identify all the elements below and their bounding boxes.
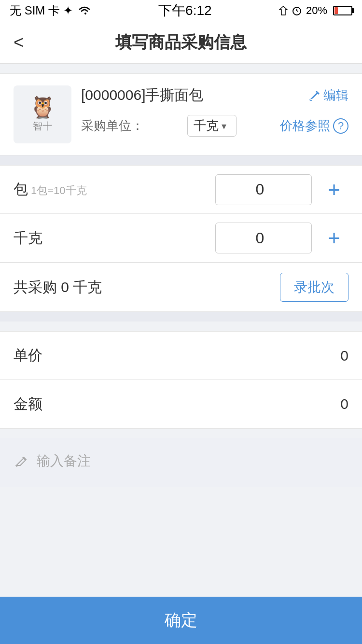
unit-select[interactable]: 千克 ▾	[187, 115, 237, 137]
status-bar: 无 SIM 卡 ✦ 下午6:12 20%	[0, 0, 362, 21]
edit-icon	[308, 89, 321, 102]
pack-input-right: +	[91, 174, 348, 205]
product-thumbnail: 🦉 智十	[14, 85, 71, 143]
product-name-row: [0000006]手撕面包 编辑	[81, 85, 348, 105]
chevron-down-icon: ▾	[222, 120, 226, 132]
kg-input-right: +	[91, 223, 348, 253]
page-title: 填写商品采购信息	[115, 31, 247, 54]
remark-section[interactable]: 输入备注	[0, 438, 362, 487]
section-divider-1	[0, 155, 362, 165]
pack-input-row: 包1包=10千克 +	[0, 166, 362, 214]
product-name: [0000006]手撕面包	[81, 85, 203, 105]
unit-price-label: 单价	[14, 346, 340, 365]
kg-input-row: 千克 +	[0, 214, 362, 262]
battery-percent: 20%	[306, 4, 327, 17]
thumb-label: 智十	[33, 120, 52, 133]
price-ref-label: 价格参照	[280, 117, 330, 134]
section-divider-2	[0, 312, 362, 322]
status-left: 无 SIM 卡 ✦	[10, 3, 91, 18]
edit-label: 编辑	[323, 87, 348, 104]
purchase-unit-row: 采购单位： 千克 ▾ 价格参照 ?	[81, 115, 348, 137]
nav-bar: < 填写商品采购信息	[0, 21, 362, 64]
kg-label: 千克	[14, 228, 91, 248]
unit-value: 千克	[194, 117, 219, 134]
wifi-icon	[78, 6, 91, 15]
summary-text: 共采购 0 千克	[14, 278, 280, 297]
quantity-input-section: 包1包=10千克 + 千克 +	[0, 165, 362, 263]
alarm-icon	[292, 5, 302, 16]
summary-section: 共采购 0 千克 录批次	[0, 263, 362, 312]
confirm-label: 确定	[165, 609, 197, 631]
edit-button[interactable]: 编辑	[308, 87, 348, 104]
status-time: 下午6:12	[158, 1, 212, 20]
sim-label: 无 SIM 卡 ✦	[10, 3, 73, 18]
purchase-unit-label: 采购单位：	[81, 117, 144, 134]
price-ref-button[interactable]: 价格参照 ?	[280, 117, 348, 134]
pack-sublabel: 1包=10千克	[31, 184, 87, 196]
remark-placeholder: 输入备注	[37, 452, 91, 470]
pencil-icon	[14, 453, 29, 468]
back-button[interactable]: <	[14, 32, 24, 53]
batch-button[interactable]: 录批次	[280, 273, 348, 302]
unit-price-value: 0	[340, 348, 348, 364]
question-icon: ?	[333, 118, 348, 134]
pack-plus-button[interactable]: +	[320, 174, 348, 205]
confirm-button[interactable]: 确定	[0, 597, 362, 644]
amount-value: 0	[340, 396, 348, 412]
product-info: [0000006]手撕面包 编辑 采购单位： 千克 ▾ 价格参照 ?	[81, 85, 348, 137]
status-right: 20%	[279, 4, 352, 17]
kg-quantity-input[interactable]	[215, 223, 312, 253]
amount-row: 金额 0	[0, 380, 362, 428]
product-logo-icon: 🦉	[29, 97, 56, 118]
battery-icon	[333, 6, 352, 15]
location-icon	[279, 5, 288, 16]
product-card: 🦉 智十 [0000006]手撕面包 编辑 采购单位： 千克 ▾	[0, 73, 362, 155]
unit-price-row: 单价 0	[0, 332, 362, 380]
amount-label: 金额	[14, 394, 340, 414]
pack-quantity-input[interactable]	[215, 174, 312, 205]
pricing-section: 单价 0 金额 0	[0, 331, 362, 429]
pack-label: 包1包=10千克	[14, 180, 91, 199]
summary-row: 共采购 0 千克 录批次	[0, 263, 362, 311]
kg-plus-button[interactable]: +	[320, 223, 348, 253]
